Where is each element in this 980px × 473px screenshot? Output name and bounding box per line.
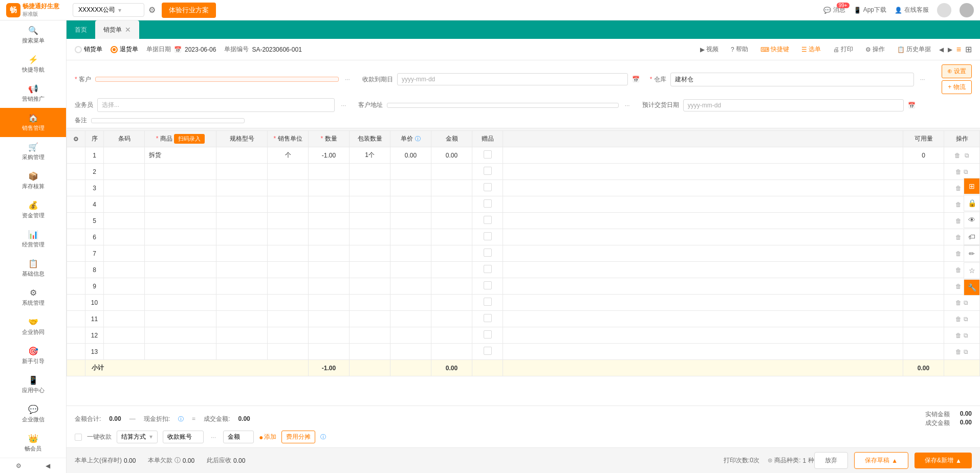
save-draft-button[interactable]: 保存草稿 ▲ — [854, 452, 908, 469]
row-gift-1[interactable] — [472, 147, 503, 164]
one-click-pay-checkbox[interactable] — [75, 434, 82, 441]
tab-close-icon[interactable]: ✕ — [125, 26, 131, 34]
video-action-btn[interactable]: ▶ 视频 — [696, 43, 723, 56]
row-amount-1[interactable]: 0.00 — [431, 147, 472, 164]
online-service-button[interactable]: 👤 在线客服 — [895, 6, 929, 14]
sidebar-item-sales[interactable]: 🏠 销售管理 — [0, 108, 66, 137]
th-settings[interactable]: ⚙ — [67, 131, 85, 147]
right-tool-eye[interactable]: 👁 — [964, 212, 980, 228]
right-tool-star[interactable]: ☆ — [964, 262, 980, 279]
message-button[interactable]: 💬 消息 99+ — [823, 6, 845, 14]
sidebar-item-app-center[interactable]: 📱 应用中心 — [0, 370, 66, 399]
delete-icon-1[interactable]: 🗑 — [954, 152, 961, 159]
right-tool-expand[interactable]: ⊞ — [964, 178, 980, 194]
warehouse-input[interactable]: 建材仓 — [670, 73, 914, 86]
nav-next-icon[interactable]: ▶ — [948, 46, 952, 53]
row-remark-1[interactable] — [503, 147, 903, 164]
receipt-date-input[interactable]: yyyy-mm-dd — [397, 73, 628, 85]
customer-address-ellipsis-btn[interactable]: ··· — [623, 102, 632, 109]
right-tool-tag[interactable]: 🏷 — [964, 229, 980, 245]
radio-return[interactable]: 退货单 — [111, 45, 138, 54]
row-barcode-1[interactable] — [104, 147, 145, 164]
salesperson-input[interactable]: 选择... — [97, 98, 335, 112]
settings-button[interactable]: ⊕ 设置 — [942, 64, 972, 78]
delete-icon[interactable]: 🗑 — [955, 168, 962, 175]
delete-icon[interactable]: 🗑 — [955, 316, 962, 323]
discard-button[interactable]: 放弃 — [814, 452, 848, 469]
customer-address-input[interactable] — [387, 103, 618, 108]
sidebar-item-operation[interactable]: 📊 经营管理 — [0, 224, 66, 254]
row-qty-1[interactable]: -1.00 — [309, 147, 350, 164]
copy-icon-1[interactable]: ⧉ — [965, 152, 969, 159]
tab-home[interactable]: 首页 — [67, 20, 95, 39]
sidebar-item-finance[interactable]: 💰 资金管理 — [0, 195, 66, 224]
calendar-icon-delivery[interactable]: 📅 — [908, 102, 916, 109]
grid-view-icon[interactable]: ⊞ — [965, 44, 972, 54]
settlement-method-select[interactable]: 结算方式 ▾ — [117, 431, 158, 443]
sidebar-item-cooperation[interactable]: 🤝 企业协同 — [0, 312, 66, 341]
delete-icon[interactable]: 🗑 — [955, 234, 962, 241]
copy-icon[interactable]: ⧉ — [964, 316, 968, 323]
radio-sales[interactable]: 销货单 — [75, 45, 102, 54]
warehouse-ellipsis-btn[interactable]: ··· — [918, 76, 927, 83]
row-spec-1[interactable] — [216, 147, 268, 164]
shortcut-action-btn[interactable]: ⌨ 快捷键 — [756, 43, 793, 56]
customer-ellipsis-btn[interactable]: ··· — [343, 76, 352, 83]
delete-icon[interactable]: 🗑 — [955, 283, 962, 290]
calendar-icon-receipt[interactable]: 📅 — [632, 76, 640, 83]
settings-bottom-icon[interactable]: ⚙ — [16, 462, 21, 469]
select-order-btn[interactable]: ☰ 选单 — [797, 43, 825, 56]
sidebar-item-guide[interactable]: 🎯 新手引导 — [0, 341, 66, 370]
logistics-button[interactable]: + 物流 — [942, 80, 972, 94]
app-download-button[interactable]: 📱 App下载 — [854, 6, 886, 14]
copy-icon[interactable]: ⧉ — [964, 299, 968, 306]
print-action-btn[interactable]: 🖨 打印 — [829, 43, 857, 56]
nav-prev-icon[interactable]: ◀ — [939, 46, 944, 53]
delete-icon[interactable]: 🗑 — [955, 217, 962, 224]
delete-icon[interactable]: 🗑 — [955, 185, 962, 192]
sidebar-item-quick-nav[interactable]: ⚡ 快捷导航 — [0, 50, 66, 79]
expense-split-button[interactable]: 费用分摊 — [281, 431, 315, 443]
collapse-icon[interactable]: ◀ — [46, 462, 50, 469]
amount-input-field[interactable]: 金额 — [223, 431, 254, 443]
table-wrapper[interactable]: ⚙ 序 条码 * 商品 扫码录入 规格型号 * 销售单位 * 数量 包装数量 单 — [67, 130, 980, 406]
expected-delivery-input[interactable]: yyyy-mm-dd — [683, 99, 904, 111]
save-new-button[interactable]: 保存&新增 ▲ — [914, 453, 972, 468]
sidebar-item-marketing[interactable]: 📢 营销推广 — [0, 79, 66, 108]
avatar[interactable] — [937, 3, 951, 17]
row-pack-qty-1[interactable]: 1个 — [350, 147, 390, 164]
delete-icon[interactable]: 🗑 — [955, 332, 962, 339]
gear-icon[interactable]: ⚙ — [148, 5, 156, 15]
account-ellipsis-btn[interactable]: ··· — [209, 434, 218, 441]
sidebar-item-inventory[interactable]: 📦 库存核算 — [0, 166, 66, 195]
copy-icon[interactable]: ⧉ — [964, 332, 968, 339]
company-selector[interactable]: XXXXXX公司 ▾ — [73, 3, 144, 17]
help-action-btn[interactable]: ? 帮助 — [727, 43, 752, 56]
avatar-2[interactable] — [960, 3, 974, 17]
right-tool-orange[interactable]: 🔧 — [964, 279, 980, 296]
delete-icon[interactable]: 🗑 — [955, 250, 962, 257]
row-price-1[interactable]: 0.00 — [390, 147, 431, 164]
experience-button[interactable]: 体验行业方案 — [162, 3, 216, 18]
history-action-btn[interactable]: 📋 历史单据 — [893, 43, 935, 56]
delete-icon[interactable]: 🗑 — [955, 348, 962, 355]
account-select[interactable]: 收款账号 — [163, 431, 204, 443]
operate-action-btn[interactable]: ⚙ 操作 — [861, 43, 889, 56]
copy-icon[interactable]: ⧉ — [964, 348, 968, 355]
sidebar-item-basic-info[interactable]: 📋 基础信息 — [0, 254, 66, 283]
right-tool-lock[interactable]: 🔒 — [964, 195, 980, 211]
delete-icon[interactable]: 🗑 — [955, 266, 962, 274]
sidebar-item-search[interactable]: 🔍 搜索菜单 — [0, 20, 66, 50]
delete-icon[interactable]: 🗑 — [955, 299, 962, 306]
row-unit-1[interactable]: 个 — [268, 147, 309, 164]
remark-input[interactable] — [91, 118, 245, 123]
customer-input[interactable] — [95, 77, 339, 82]
sidebar-item-wechat[interactable]: 💬 企业微信 — [0, 399, 66, 429]
sidebar-item-member[interactable]: 👑 畅会员 — [0, 429, 66, 458]
scan-btn[interactable]: 扫码录入 — [174, 134, 205, 144]
tab-sales-order[interactable]: 销货单 ✕ — [95, 20, 139, 39]
list-view-icon[interactable]: ≡ — [956, 45, 961, 54]
salesperson-ellipsis-btn[interactable]: ··· — [339, 102, 348, 109]
add-button[interactable]: ● 添加 — [259, 433, 276, 441]
copy-icon[interactable]: ⧉ — [964, 168, 968, 175]
